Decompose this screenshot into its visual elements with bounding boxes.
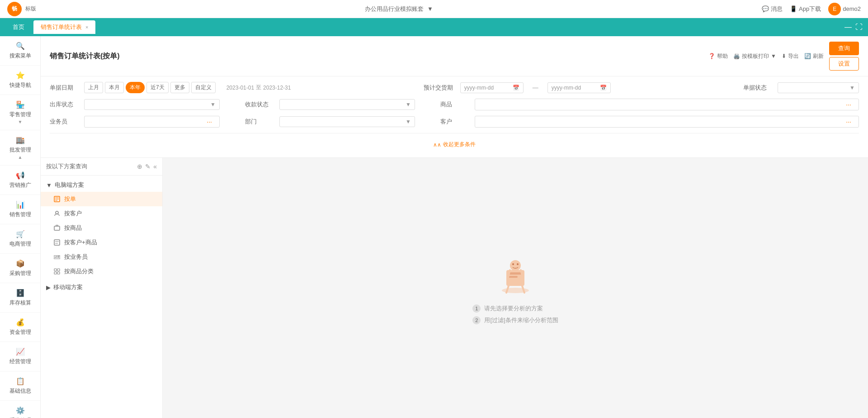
search-icon: 🔍 (16, 42, 25, 50)
svg-rect-12 (58, 256, 59, 258)
sidebar-item-search[interactable]: 🔍 搜索菜单 (0, 36, 40, 66)
last-month-btn[interactable]: 上月 (84, 82, 103, 93)
scheme-item-by-single[interactable]: 按单 (41, 192, 162, 206)
app-download-label: App下载 (799, 5, 821, 13)
tip-num-2: 2 (472, 316, 481, 324)
help-icon: ❓ (708, 53, 715, 59)
department-select[interactable]: ▼ (279, 116, 415, 127)
sidebar-item-purchase[interactable]: 📦 采购管理 (0, 254, 40, 283)
page-title: 销售订单统计表(按单) (50, 52, 120, 66)
goods-select[interactable]: ··· (475, 99, 859, 110)
receipt-status-select[interactable]: ▼ (279, 99, 415, 110)
main-layout: 🔍 搜索菜单 ⭐ 快捷导航 🏪 零售管理 ▼ 🏬 批发管理 ▲ 📢 营销推广 📊… (0, 36, 868, 418)
app-download-btn[interactable]: 📱 App下载 (790, 5, 821, 13)
sidebar-item-sales[interactable]: 📊 销售管理 (0, 195, 40, 224)
message-label: 消息 (771, 5, 783, 13)
date-sep1: 至 (256, 84, 261, 91)
scheme-item-by-goods[interactable]: 按商品 (41, 221, 162, 235)
sidebar-item-ops[interactable]: 📈 经营管理 (0, 342, 40, 371)
status-arrow: ▼ (849, 85, 855, 91)
content: 销售订单统计表(按单) ❓ 帮助 🖨️ 按模板打印 ▼ ⬇ 导出 🔄 刷新 (41, 36, 868, 418)
sidebar-item-system[interactable]: ⚙️ 系统管理 (0, 401, 40, 418)
status-select[interactable]: ▼ (778, 82, 859, 93)
by-category-icon (53, 268, 61, 275)
query-btn[interactable]: 查询 (829, 42, 859, 55)
scheme-add-btn[interactable]: ⊕ (137, 163, 142, 170)
setting-btn[interactable]: 设置 (829, 57, 859, 71)
export-btn[interactable]: ⬇ 导出 (782, 52, 799, 60)
sidebar-item-base[interactable]: 📋 基础信息 (0, 371, 40, 401)
calendar-icon-2: 📅 (600, 85, 607, 91)
sidebar-item-ecom[interactable]: 🛒 电商管理 (0, 224, 40, 254)
empty-state: 1 请先选择要分析的方案 2 用[过滤]条件来缩小分析范围 (163, 158, 868, 418)
sidebar-item-marketing[interactable]: 📢 营销推广 (0, 166, 40, 195)
sidebar-sales-label: 销售管理 (9, 211, 31, 218)
sidebar-item-wholesale[interactable]: 🏬 批发管理 ▲ (0, 130, 40, 166)
minimize-btn[interactable]: — (844, 23, 852, 31)
scheme-pc-group[interactable]: ▼ 电脑端方案 (41, 178, 162, 192)
last7days-btn[interactable]: 近7天 (146, 82, 169, 93)
scheme-item-by-salesman[interactable]: 按业务员 (41, 250, 162, 264)
more-btn[interactable]: 更多 (170, 82, 189, 93)
collapse-icon: ∧∧ (433, 142, 441, 148)
by-goods-label: 按商品 (64, 224, 82, 232)
expected-date-start[interactable]: yyyy-mm-dd 📅 (460, 82, 524, 93)
print-label: 按模板打印 (742, 52, 769, 60)
custom-btn[interactable]: 自定义 (191, 82, 216, 93)
user-menu[interactable]: E demo2 (828, 3, 861, 15)
salesman-label: 业务员 (50, 118, 77, 126)
this-year-btn[interactable]: 本年 (126, 82, 145, 93)
refresh-label: 刷新 (813, 52, 824, 60)
customer-more-btn[interactable]: ··· (842, 118, 855, 125)
message-icon: 💬 (762, 5, 769, 12)
scheme-item-by-customer[interactable]: 按客户 (41, 206, 162, 221)
company-selector[interactable]: 办公用品行业模拟账套 ▼ (36, 5, 762, 13)
purchase-icon: 📦 (16, 259, 25, 268)
svg-rect-13 (54, 269, 57, 271)
sidebar-item-retail[interactable]: 🏪 零售管理 ▼ (0, 95, 40, 130)
by-goods-icon (53, 224, 61, 232)
expected-date-end[interactable]: yyyy-mm-dd 📅 (547, 82, 611, 93)
scheme-item-by-category[interactable]: 按商品分类 (41, 264, 162, 279)
goods-more-btn[interactable]: ··· (842, 101, 855, 108)
scheme-edit-btn[interactable]: ✎ (145, 163, 151, 170)
empty-tip-1: 1 请先选择要分析的方案 (472, 304, 558, 313)
scheme-mobile-group[interactable]: ▶ 移动端方案 (41, 280, 162, 294)
sidebar-retail-label: 零售管理 (9, 111, 31, 119)
sidebar-item-quicknav[interactable]: ⭐ 快捷导航 (0, 66, 40, 95)
salesman-select[interactable]: ··· (84, 116, 220, 128)
date-buttons: 上月 本月 本年 近7天 更多 自定义 (84, 82, 216, 93)
salesman-more-btn[interactable]: ··· (203, 118, 216, 125)
scheme-item-by-customer-goods[interactable]: 按客户+商品 (41, 235, 162, 250)
refresh-btn[interactable]: 🔄 刷新 (804, 52, 824, 60)
print-icon: 🖨️ (733, 53, 740, 59)
message-btn[interactable]: 💬 消息 (762, 5, 783, 13)
user-name: demo2 (843, 5, 861, 12)
customer-select[interactable]: ··· (475, 116, 859, 128)
sidebar-quicknav-label: 快捷导航 (9, 81, 31, 89)
mobile-group-label: 移动端方案 (53, 283, 83, 291)
scheme-title: 按以下方案查询 (46, 162, 87, 171)
print-btn[interactable]: 🖨️ 按模板打印 ▼ (733, 52, 776, 60)
dropdown-icon: ▼ (427, 5, 433, 12)
sidebar-item-inventory[interactable]: 🗄️ 库存核算 (0, 283, 40, 313)
delivery-status-select[interactable]: ▼ (84, 99, 220, 110)
by-single-label: 按单 (64, 195, 76, 203)
svg-point-22 (512, 263, 514, 265)
topbar: 畅 标版 办公用品行业模拟账套 ▼ 💬 消息 📱 App下载 E demo2 (0, 0, 868, 18)
scheme-collapse-btn[interactable]: « (153, 163, 157, 170)
tabbar-right: — ⛶ (844, 23, 863, 31)
help-btn[interactable]: ❓ 帮助 (708, 52, 728, 60)
empty-tip-2: 2 用[过滤]条件来缩小分析范围 (472, 316, 558, 324)
sidebar-item-finance[interactable]: 💰 资金管理 (0, 313, 40, 342)
svg-point-23 (517, 263, 519, 265)
tab-home[interactable]: 首页 (5, 20, 32, 34)
tab-close-btn[interactable]: × (85, 24, 88, 30)
ecom-icon: 🛒 (16, 230, 25, 238)
tab-sales-order[interactable]: 销售订单统计表 × (33, 20, 95, 34)
right-content: 1 请先选择要分析的方案 2 用[过滤]条件来缩小分析范围 (163, 158, 868, 418)
sidebar-search-label: 搜索菜单 (9, 52, 31, 60)
maximize-btn[interactable]: ⛶ (855, 23, 863, 31)
collapse-btn[interactable]: ∧∧ 收起更多条件 (429, 137, 479, 152)
this-month-btn[interactable]: 本月 (105, 82, 124, 93)
